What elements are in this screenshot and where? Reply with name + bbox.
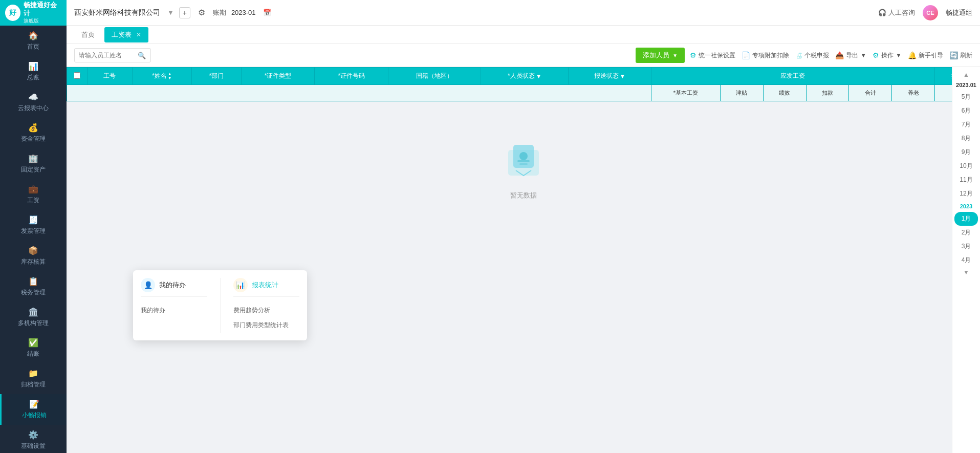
- sidebar-item-label: 归档管理: [21, 380, 46, 389]
- social-insurance-icon: ⚙: [690, 51, 696, 59]
- sidebar-item-fixed-assets[interactable]: 🏢 固定资产: [0, 148, 67, 179]
- tab-salary-table[interactable]: 工资表 ✕: [104, 27, 148, 42]
- month-nav-up[interactable]: ▲: [962, 70, 971, 80]
- sidebar-item-label: 基础设置: [21, 442, 46, 450]
- tab-salary-label: 工资表: [112, 31, 132, 38]
- th-total: 合计: [849, 85, 892, 101]
- sidebar-item-label: 多机构管理: [18, 319, 49, 328]
- sidebar-item-salary[interactable]: 💼 工资: [0, 179, 67, 210]
- svg-rect-4: [519, 163, 528, 165]
- sidebar-item-label: 云报表中心: [18, 104, 49, 113]
- social-insurance-action[interactable]: ⚙ 统一社保设置: [690, 51, 735, 60]
- new-guide-icon: 🔔: [908, 51, 917, 59]
- popup-todo-icon: 👤: [141, 278, 155, 292]
- operation-icon: ⚙: [873, 51, 879, 59]
- month-item-12[interactable]: 12月: [952, 187, 980, 201]
- toolbar-actions: ⚙ 统一社保设置 📄 专项附加扣除 🖨 个税申报 📤 导出 ▼ ⚙: [690, 51, 972, 60]
- sidebar-item-multi-org[interactable]: 🏛️ 多机构管理: [0, 302, 67, 333]
- empty-state: 暂无数据: [67, 101, 980, 241]
- popup-todo-item[interactable]: 我的待办: [141, 303, 207, 318]
- popup-dept-expense-item[interactable]: 部门费用类型统计表: [233, 318, 300, 333]
- month-item-7[interactable]: 7月: [952, 118, 980, 132]
- month-item-11[interactable]: 11月: [952, 173, 980, 187]
- sidebar-item-ledger[interactable]: 📊 总账: [0, 56, 67, 87]
- period-value: 2023-01: [231, 9, 256, 16]
- refresh-action[interactable]: 🔄 刷新: [949, 51, 972, 60]
- th-checkbox[interactable]: [67, 68, 88, 85]
- empty-icon: [498, 142, 549, 183]
- th-person-status[interactable]: *人员状态 ▼: [481, 68, 569, 85]
- month-item-10[interactable]: 10月: [952, 159, 980, 173]
- add-person-label: 添加人员: [643, 51, 669, 60]
- empty-text: 暂无数据: [510, 191, 537, 200]
- company-dropdown-arrow[interactable]: ▼: [167, 9, 174, 16]
- month-item-2[interactable]: 2月: [952, 226, 980, 240]
- ledger-icon: 📊: [28, 61, 38, 71]
- select-all-checkbox[interactable]: [74, 72, 80, 79]
- search-input[interactable]: [79, 52, 135, 59]
- th-pension: 养老: [892, 85, 935, 101]
- month-panel: ▲ 2023.01 5月 6月 7月 8月 9月 10月 11月 12月 202…: [952, 67, 980, 453]
- month-item-5[interactable]: 5月: [952, 90, 980, 104]
- tab-home[interactable]: 首页: [74, 27, 102, 42]
- multi-org-icon: 🏛️: [28, 307, 38, 317]
- month-item-3[interactable]: 3月: [952, 240, 980, 253]
- salary-table: 工号 *姓名 ▲▼ *部门 *证件: [67, 67, 980, 101]
- operation-label: 操作: [881, 51, 894, 60]
- tax-declare-action[interactable]: 🖨 个税申报: [795, 51, 829, 60]
- month-item-1[interactable]: 1月: [954, 212, 978, 226]
- invoice-icon: 🧾: [28, 215, 38, 225]
- app-logo: 好 畅捷通好会计 旗舰版: [0, 0, 67, 26]
- refresh-label: 刷新: [960, 51, 972, 60]
- th-performance: 绩效: [763, 85, 806, 101]
- sidebar-item-home[interactable]: 🏠 首页: [0, 26, 67, 56]
- sidebar-item-invoice[interactable]: 🧾 发票管理: [0, 210, 67, 241]
- popup-report-icon: 📊: [233, 278, 248, 292]
- month-item-8[interactable]: 8月: [952, 132, 980, 145]
- sidebar-item-label: 发票管理: [21, 227, 46, 235]
- popup-section-todo: 👤 我的待办 我的待办: [141, 278, 207, 333]
- month-item-2023-year: 2023: [952, 201, 980, 212]
- th-sub-spacer: [67, 85, 651, 101]
- service-button[interactable]: 🎧 人工咨询: [878, 8, 915, 17]
- new-guide-action[interactable]: 🔔 新手引导: [908, 51, 943, 60]
- logo-sub: 旗舰版: [24, 17, 61, 25]
- month-nav-down[interactable]: ▼: [962, 267, 971, 277]
- popup-expense-trend-item[interactable]: 费用趋势分析: [233, 303, 300, 318]
- th-emp-no: 工号: [88, 68, 133, 85]
- special-deduct-icon: 📄: [742, 51, 750, 59]
- sidebar-item-settlement[interactable]: ✅ 结账: [0, 333, 67, 363]
- popup-divider: [220, 278, 221, 333]
- month-item-4[interactable]: 4月: [952, 253, 980, 267]
- sidebar-item-basic[interactable]: ⚙️ 基础设置: [0, 425, 67, 453]
- sidebar-item-archive[interactable]: 📁 归档管理: [0, 363, 67, 394]
- assets-icon: 🏢: [28, 154, 38, 163]
- popup-section-report-header: 📊 报表统计: [233, 278, 300, 297]
- tax-icon: 📋: [28, 276, 38, 286]
- add-person-button[interactable]: 添加人员 ▼: [636, 48, 685, 63]
- sidebar-item-fund[interactable]: 💰 资金管理: [0, 118, 67, 148]
- content-area: 🔍 添加人员 ▼ ⚙ 统一社保设置 📄 专项附加扣除 🖨 个税申报: [67, 44, 980, 453]
- search-box: 🔍: [74, 48, 151, 62]
- popup-section-report: 📊 报表统计 费用趋势分析 部门费用类型统计表: [233, 278, 300, 333]
- add-company-button[interactable]: +: [179, 7, 190, 18]
- sidebar-item-cloud-report[interactable]: ☁️ 云报表中心: [0, 87, 67, 118]
- th-report-status[interactable]: 报送状态 ▼: [569, 68, 651, 85]
- calendar-icon[interactable]: 📅: [263, 9, 271, 16]
- tax-declare-icon: 🖨: [795, 51, 802, 59]
- sidebar-item-inventory[interactable]: 📦 库存核算: [0, 241, 67, 271]
- operation-action[interactable]: ⚙ 操作 ▼: [873, 51, 902, 60]
- sidebar-item-xiaochang[interactable]: 📝 小畅报销: [0, 394, 67, 425]
- user-name: 畅捷通组: [946, 8, 972, 17]
- settings-gear-icon[interactable]: ⚙: [198, 8, 205, 17]
- tabs-bar: 首页 工资表 ✕: [67, 26, 980, 44]
- special-deduct-action[interactable]: 📄 专项附加扣除: [742, 51, 789, 60]
- export-action[interactable]: 📤 导出 ▼: [835, 51, 866, 60]
- month-item-6[interactable]: 6月: [952, 104, 980, 118]
- month-item-9[interactable]: 9月: [952, 145, 980, 159]
- tab-close-icon[interactable]: ✕: [136, 31, 141, 38]
- main-area: 西安虾米网络科技有限公司 ▼ + ⚙ 账期 2023-01 📅 🎧 人工咨询 C…: [67, 0, 980, 453]
- sidebar-item-tax[interactable]: 📋 税务管理: [0, 271, 67, 302]
- company-name: 西安虾米网络科技有限公司: [74, 8, 160, 17]
- th-allowance: 津贴: [720, 85, 763, 101]
